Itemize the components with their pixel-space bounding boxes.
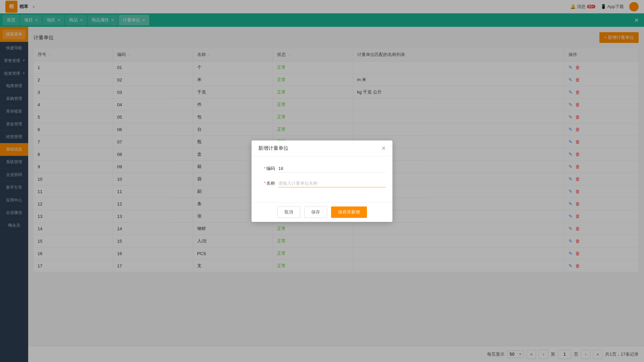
save-and-new-button[interactable]: 保存并新增 — [331, 206, 367, 218]
required-star-name: * — [264, 181, 266, 186]
form-label-code: *编码 — [258, 166, 275, 172]
cancel-button[interactable]: 取消 — [277, 206, 300, 218]
form-row-name: *名称 — [258, 179, 386, 187]
required-star-code: * — [264, 166, 266, 171]
form-label-name: *名称 — [258, 180, 275, 186]
modal-header: 新增计量单位 ✕ — [252, 140, 392, 157]
modal-add-unit: 新增计量单位 ✕ *编码 *名称 取消 保存 保存并新增 — [252, 140, 392, 222]
modal-title: 新增计量单位 — [258, 145, 288, 152]
name-input[interactable] — [278, 179, 386, 187]
modal-footer: 取消 保存 保存并新增 — [252, 202, 392, 222]
modal-overlay: 新增计量单位 ✕ *编码 *名称 取消 保存 保存并新增 — [0, 0, 644, 362]
save-button[interactable]: 保存 — [304, 206, 327, 218]
modal-close-button[interactable]: ✕ — [381, 145, 386, 152]
form-row-code: *编码 — [258, 165, 386, 173]
modal-body: *编码 *名称 — [252, 157, 392, 202]
code-input[interactable] — [278, 165, 386, 173]
